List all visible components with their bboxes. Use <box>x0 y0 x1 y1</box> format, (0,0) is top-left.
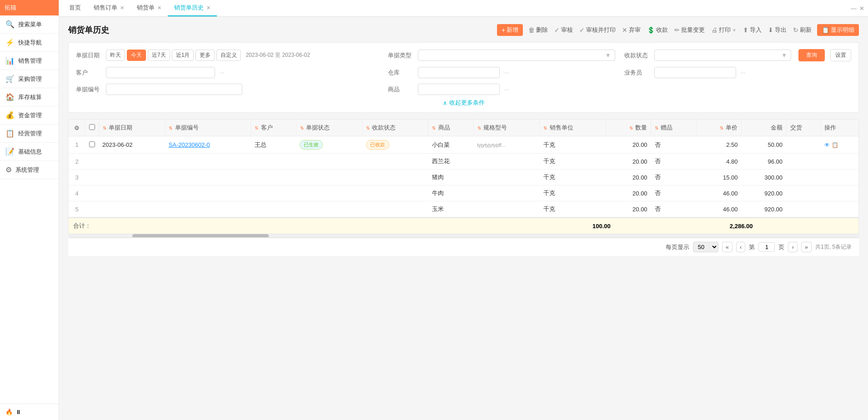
tab-sales-history-close[interactable]: ✕ <box>206 5 211 11</box>
tab-home[interactable]: 首页 <box>63 0 87 16</box>
sidebar-item-sales-mgmt[interactable]: 📊 销售管理 <box>0 52 59 70</box>
th-spec[interactable]: ⇅ 规格型号 <box>473 120 539 136</box>
sidebar-item-purchase-mgmt[interactable]: 🛒 采购管理 <box>0 70 59 88</box>
th-transaction[interactable]: 交货 <box>786 120 821 136</box>
cell-checkbox[interactable] <box>85 185 99 201</box>
th-checkbox[interactable] <box>85 120 99 136</box>
th-settings[interactable]: ⚙ <box>69 120 85 136</box>
cell-checkbox[interactable] <box>85 154 99 170</box>
date-1month-btn[interactable]: 近1月 <box>172 50 194 61</box>
cell-checkbox[interactable] <box>85 201 99 217</box>
show-detail-button[interactable]: 📋 显示明细 <box>817 24 859 36</box>
th-price[interactable]: ⇅ 单价 <box>696 120 741 136</box>
th-unit[interactable]: ⇅ 销售单位 <box>540 120 606 136</box>
horizontal-scrollbar[interactable] <box>69 234 858 237</box>
last-page-btn[interactable]: » <box>801 242 812 252</box>
docnum-input[interactable] <box>106 84 242 95</box>
tab-sales-history[interactable]: 销货单历史 ✕ <box>168 0 217 16</box>
cell-checkbox[interactable] <box>85 136 99 154</box>
inventory-icon: 🏠 <box>5 93 15 101</box>
sidebar-logo[interactable]: 拓猫 <box>0 0 59 15</box>
date-7days-btn[interactable]: 近7天 <box>148 50 170 61</box>
add-button[interactable]: + 新增 <box>497 24 523 36</box>
tab-sales-order[interactable]: 销售订单 ✕ <box>87 0 130 16</box>
window-close-icon[interactable]: ✕ <box>859 5 864 12</box>
prev-page-btn[interactable]: ‹ <box>736 242 745 252</box>
customer-dots[interactable]: ··· <box>220 69 225 76</box>
tab-sales-goods-close[interactable]: ✕ <box>157 5 161 11</box>
staff-dots[interactable]: ··· <box>741 69 746 76</box>
abandon-icon: ✕ <box>622 26 627 34</box>
th-quantity[interactable]: ⇅ 数量 <box>606 120 651 136</box>
sidebar-item-system[interactable]: ⚙ 系统管理 <box>0 161 59 179</box>
cell-quantity: 20.00 <box>606 154 651 170</box>
collapse-row[interactable]: ∧ 收起更多条件 <box>76 97 851 109</box>
customer-input[interactable] <box>106 67 215 78</box>
pay-status-select[interactable]: ▼ <box>654 50 792 61</box>
date-custom-btn[interactable]: 自定义 <box>216 50 241 61</box>
audit-button[interactable]: ✓ 审核 <box>553 25 574 35</box>
th-amount[interactable]: 金额 <box>742 120 786 136</box>
date-yesterday-btn[interactable]: 昨天 <box>106 50 125 61</box>
first-page-btn[interactable]: « <box>722 242 733 252</box>
warehouse-dots[interactable]: ··· <box>504 69 509 76</box>
date-today-btn[interactable]: 今天 <box>127 50 146 61</box>
audit-print-button[interactable]: ✓ 审核并打印 <box>578 25 617 35</box>
sidebar-item-inventory[interactable]: 🏠 库存核算 <box>0 88 59 106</box>
refresh-button[interactable]: ↻ 刷新 <box>792 25 813 35</box>
sidebar-item-search-menu[interactable]: 🔍 搜索菜单 <box>0 15 59 34</box>
collect-button[interactable]: 💲 收款 <box>646 25 669 35</box>
sort-spec-icon: ⇅ <box>477 125 481 130</box>
cell-date <box>99 185 165 201</box>
tab-sales-order-close[interactable]: ✕ <box>120 5 124 11</box>
copy-action-btn[interactable]: 📋 <box>832 142 838 148</box>
cell-unit: 千克 <box>540 185 606 201</box>
abandon-button[interactable]: ✕ 弃审 <box>621 25 642 35</box>
next-page-btn[interactable]: › <box>788 242 797 252</box>
sidebar-item-quick-nav[interactable]: ⚡ 快捷导航 <box>0 34 59 52</box>
tab-sales-goods[interactable]: 销货单 ✕ <box>130 0 168 16</box>
doc-type-select[interactable]: ▼ <box>418 50 615 61</box>
view-action-btn[interactable]: 👁 <box>824 142 830 148</box>
th-gift[interactable]: ⇅ 赠品 <box>651 120 696 136</box>
cell-gift: 否 <box>651 185 696 201</box>
th-goods[interactable]: ⇅ 商品 <box>428 120 473 136</box>
staff-input[interactable] <box>654 67 736 78</box>
import-button[interactable]: ⬆ 导入 <box>742 25 763 35</box>
goods-dots[interactable]: ··· <box>504 86 509 93</box>
page-number-input[interactable] <box>758 242 775 252</box>
delete-button[interactable]: 🗑 删除 <box>527 25 549 35</box>
export-button[interactable]: ⬇ 导出 <box>767 25 788 35</box>
print-button[interactable]: 🖨 打印 ▼ <box>710 25 738 35</box>
settings-button[interactable]: 设置 <box>830 49 851 61</box>
th-docnum[interactable]: ⇅ 单据编号 <box>165 120 251 136</box>
query-button[interactable]: 查询 <box>798 49 825 61</box>
batch-change-button[interactable]: ✏ 批量变更 <box>673 25 706 35</box>
select-all-checkbox[interactable] <box>89 124 95 130</box>
cell-checkbox[interactable] <box>85 170 99 185</box>
import-label: 导入 <box>750 26 762 34</box>
date-more-btn[interactable]: 更多 <box>196 50 215 61</box>
goods-input[interactable] <box>418 84 500 95</box>
window-minimize-icon[interactable]: — <box>851 5 857 12</box>
table-row: 5 玉米 千克 20.00 否 46.00 920.00 <box>69 201 858 217</box>
warehouse-input[interactable] <box>418 67 500 78</box>
sidebar-item-operations[interactable]: 📋 经营管理 <box>0 125 59 143</box>
th-pay-status[interactable]: ⇅ 收款状态 <box>362 120 428 136</box>
sidebar-item-basic-info[interactable]: 📝 基础信息 <box>0 143 59 161</box>
row-checkbox[interactable] <box>89 141 95 147</box>
summary-quantity: 100.00 <box>574 223 611 230</box>
sidebar-item-finance[interactable]: 💰 资金管理 <box>0 106 59 125</box>
th-doc-status[interactable]: ⇅ 单据状态 <box>296 120 362 136</box>
doc-number-link[interactable]: SA-20230602-0 <box>169 141 210 148</box>
fire-icon[interactable]: 🔥 <box>5 409 13 415</box>
cell-doc-status <box>296 185 362 201</box>
sort-docnum-icon: ⇅ <box>169 125 172 130</box>
per-page-select[interactable]: 50 100 200 <box>693 242 718 252</box>
th-date[interactable]: ⇅ 单据日期 <box>99 120 165 136</box>
docnum-label: 单据编号 <box>76 85 103 94</box>
collect-label: 收款 <box>656 26 668 34</box>
scroll-thumb[interactable] <box>132 234 269 238</box>
pause-icon[interactable]: ⏸ <box>15 409 21 415</box>
th-customer[interactable]: ⇅ 客户 <box>251 120 296 136</box>
